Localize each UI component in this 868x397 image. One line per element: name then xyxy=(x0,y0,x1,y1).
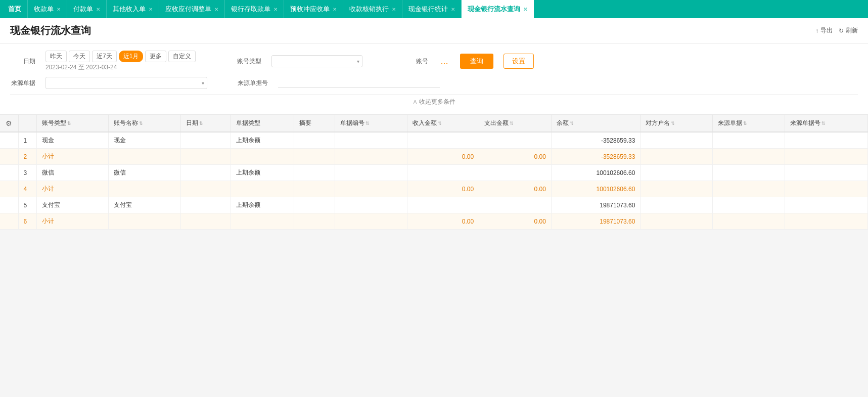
close-icon[interactable]: ✕ xyxy=(392,7,396,12)
cell-source_doc xyxy=(712,132,785,149)
cell-source_doc xyxy=(712,165,785,181)
cell-counterparty xyxy=(641,197,713,213)
cell-doc_no xyxy=(335,197,407,213)
sort-icon: ⇅ xyxy=(510,121,514,126)
cell-balance: 100102606.60 xyxy=(551,165,641,181)
refresh-button[interactable]: ↻ 刷新 xyxy=(839,26,858,35)
cell-account_name: 支付宝 xyxy=(109,197,181,213)
nav-item-ar-ap-adj[interactable]: 应收应付调整单✕ xyxy=(159,0,225,18)
sort-icon: ⇅ xyxy=(821,121,826,126)
cell-settings xyxy=(0,213,18,230)
source-doc-no-input[interactable] xyxy=(278,78,440,88)
table-row: 1现金现金上期余额-3528659.33 xyxy=(0,132,868,149)
cell-settings xyxy=(0,197,18,213)
date-btn-昨天[interactable]: 昨天 xyxy=(45,51,67,62)
nav-item-receipt-verify[interactable]: 收款核销执行✕ xyxy=(343,0,402,18)
date-filter-group: 昨天今天近7天近1月更多自定义 2023-02-24 至 2023-03-24 xyxy=(45,51,196,72)
cell-counterparty xyxy=(641,165,713,181)
col-header-account_type[interactable]: 账号类型⇅ xyxy=(36,115,109,132)
cell-expense: 0.00 xyxy=(479,181,552,197)
nav-item-cash-bank-flow[interactable]: 现金银行流水查询✕ xyxy=(462,0,534,18)
date-btn-更多[interactable]: 更多 xyxy=(145,51,166,62)
cell-doc_no xyxy=(335,132,407,149)
nav-item-payment[interactable]: 付款单✕ xyxy=(67,0,107,18)
sort-icon: ⇅ xyxy=(366,121,370,126)
date-btn-今天[interactable]: 今天 xyxy=(69,51,90,62)
account-dots[interactable]: ... xyxy=(440,56,448,67)
cell-account_type: 小计 xyxy=(36,213,109,230)
nav-item-advance-receipt[interactable]: 预收冲应收单✕ xyxy=(284,0,343,18)
close-icon[interactable]: ✕ xyxy=(57,7,61,12)
col-header-summary: 摘要 xyxy=(294,115,335,132)
cell-account_type: 小计 xyxy=(36,181,109,197)
source-doc-select[interactable] xyxy=(45,77,207,89)
filter-row-2: 来源单据 来源单据号 xyxy=(10,77,858,89)
cell-income: 0.00 xyxy=(407,149,479,165)
cell-expense xyxy=(479,165,552,181)
sort-icon: ⇅ xyxy=(438,121,442,126)
account-label: 账号 xyxy=(403,57,428,66)
date-btn-自定义[interactable]: 自定义 xyxy=(168,51,196,62)
cell-settings xyxy=(0,132,18,149)
col-header-balance[interactable]: 余额⇅ xyxy=(551,115,641,132)
cell-doc_type xyxy=(231,149,294,165)
close-icon[interactable]: ✕ xyxy=(96,7,100,12)
cell-source_doc xyxy=(712,197,785,213)
export-button[interactable]: ↑ 导出 xyxy=(815,26,833,35)
cell-summary xyxy=(294,165,335,181)
page-header: 现金银行流水查询 ↑ 导出 ↻ 刷新 xyxy=(0,18,868,43)
account-type-select[interactable]: 现金 微信 支付宝 xyxy=(271,55,362,67)
close-icon[interactable]: ✕ xyxy=(523,7,527,12)
col-header-date[interactable]: 日期⇅ xyxy=(180,115,231,132)
query-button[interactable]: 查询 xyxy=(460,54,493,69)
cell-index: 6 xyxy=(18,213,36,230)
close-icon[interactable]: ✕ xyxy=(149,7,153,12)
cell-date xyxy=(180,197,231,213)
cell-balance: -3528659.33 xyxy=(551,132,641,149)
date-btn-近1月[interactable]: 近1月 xyxy=(119,51,144,62)
nav-item-receipt[interactable]: 收款单✕ xyxy=(28,0,67,18)
cell-balance: 19871073.60 xyxy=(551,197,641,213)
cell-counterparty xyxy=(641,213,713,230)
date-label: 日期 xyxy=(10,57,35,66)
cell-income xyxy=(407,132,479,149)
cell-date xyxy=(180,181,231,197)
cell-index: 5 xyxy=(18,197,36,213)
source-doc-no-label: 来源单据号 xyxy=(238,79,268,87)
col-header-counterparty[interactable]: 对方户名⇅ xyxy=(641,115,713,132)
cell-settings xyxy=(0,181,18,197)
cell-index: 1 xyxy=(18,132,36,149)
close-icon[interactable]: ✕ xyxy=(214,7,218,12)
nav-item-other-income[interactable]: 其他收入单✕ xyxy=(107,0,159,18)
cell-index: 3 xyxy=(18,165,36,181)
close-icon[interactable]: ✕ xyxy=(451,7,455,12)
col-header-index xyxy=(18,115,36,132)
cell-date xyxy=(180,213,231,230)
cell-expense xyxy=(479,132,552,149)
nav-bar: 首页收款单✕付款单✕其他收入单✕应收应付调整单✕银行存取款单✕预收冲应收单✕收款… xyxy=(0,0,868,18)
col-header-account_name[interactable]: 账号名称⇅ xyxy=(109,115,181,132)
col-header-income[interactable]: 收入金额⇅ xyxy=(407,115,479,132)
close-icon[interactable]: ✕ xyxy=(333,7,337,12)
collapse-bar[interactable]: ∧ 收起更多条件 xyxy=(10,94,858,109)
nav-item-cash-bank-stat[interactable]: 现金银行统计✕ xyxy=(402,0,462,18)
col-header-doc_no[interactable]: 单据编号⇅ xyxy=(335,115,407,132)
col-header-expense[interactable]: 支出金额⇅ xyxy=(479,115,552,132)
settings-icon[interactable]: ⚙ xyxy=(6,119,12,127)
cell-doc_no xyxy=(335,213,407,230)
nav-item-bank-deposit[interactable]: 银行存取款单✕ xyxy=(225,0,284,18)
collapse-icon: ∧ xyxy=(413,98,418,105)
table-row: 3微信微信上期余额100102606.60 xyxy=(0,165,868,181)
col-header-doc_type: 单据类型 xyxy=(231,115,294,132)
col-header-source_doc_no[interactable]: 来源单据号⇅ xyxy=(785,115,867,132)
cell-summary xyxy=(294,149,335,165)
cell-doc_type xyxy=(231,213,294,230)
nav-item-home[interactable]: 首页 xyxy=(2,0,28,18)
date-buttons: 昨天今天近7天近1月更多自定义 xyxy=(45,51,196,62)
account-type-select-wrapper: 现金 微信 支付宝 xyxy=(271,55,362,67)
col-header-source_doc[interactable]: 来源单据⇅ xyxy=(712,115,785,132)
cell-account_type: 小计 xyxy=(36,149,109,165)
settings-button[interactable]: 设置 xyxy=(504,54,534,69)
close-icon[interactable]: ✕ xyxy=(273,7,278,12)
date-btn-近7天[interactable]: 近7天 xyxy=(92,51,117,62)
